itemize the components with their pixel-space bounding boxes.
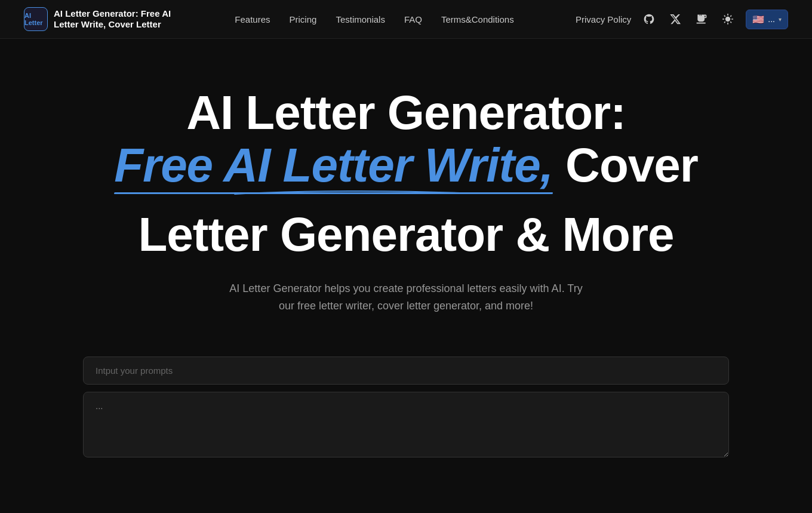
- nav-right: Privacy Policy 🇺🇸 ... ▾: [576, 10, 788, 29]
- swoosh-decoration: [108, 189, 590, 196]
- theme-toggle-icon[interactable]: [719, 11, 736, 27]
- hero-title-line1: AI Letter Generator:: [186, 86, 626, 139]
- lang-flag: 🇺🇸: [752, 14, 764, 25]
- nav-privacy-policy[interactable]: Privacy Policy: [576, 14, 631, 24]
- hero-title-line2: Free AI Letter Write, Cover: [114, 139, 698, 192]
- input-section: ...: [0, 339, 812, 457]
- hero-title-cover: Cover: [565, 139, 698, 192]
- brand-logo: AI Letter: [24, 7, 48, 31]
- nav-link-terms[interactable]: Terms&Conditions: [441, 14, 514, 24]
- nav-link-pricing[interactable]: Pricing: [290, 14, 317, 24]
- twitter-x-icon[interactable]: [667, 11, 684, 27]
- nav-link-testimonials[interactable]: Testimonials: [336, 14, 385, 24]
- github-icon[interactable]: [641, 11, 657, 27]
- nav-link-faq[interactable]: FAQ: [404, 14, 422, 24]
- language-selector[interactable]: 🇺🇸 ... ▾: [746, 10, 788, 29]
- logo-text: AI Letter: [24, 12, 47, 26]
- nav-link-features[interactable]: Features: [235, 14, 270, 24]
- coffee-icon[interactable]: [693, 11, 710, 27]
- hero-title-line3: Letter Generator & More: [138, 208, 673, 261]
- hero-title-blue: Free AI Letter Write,: [114, 139, 553, 192]
- output-textarea[interactable]: ...: [83, 392, 729, 457]
- prompt-input[interactable]: [83, 357, 729, 385]
- nav-links: Features Pricing Testimonials FAQ Terms&…: [235, 14, 513, 24]
- brand-title: AI Letter Generator: Free AI Letter Writ…: [54, 8, 173, 30]
- nav-brand: AI Letter AI Letter Generator: Free AI L…: [24, 7, 173, 31]
- chevron-down-icon: ▾: [779, 16, 782, 23]
- hero-subtitle: AI Letter Generator helps you create pro…: [227, 280, 585, 315]
- lang-code: ...: [768, 14, 775, 24]
- hero-section: AI Letter Generator: Free AI Letter Writ…: [0, 39, 812, 339]
- navbar: AI Letter AI Letter Generator: Free AI L…: [0, 0, 812, 39]
- hero-title: AI Letter Generator: Free AI Letter Writ…: [114, 87, 698, 261]
